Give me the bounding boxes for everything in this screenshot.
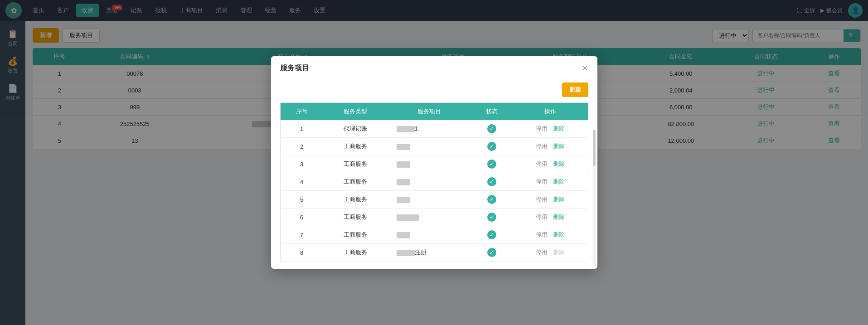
modal-cell-item xyxy=(388,155,471,173)
modal-cell-item xyxy=(388,226,471,244)
modal-table-row: 8 工商服务 注册 ✓ 停用 删除 xyxy=(280,244,588,262)
modal-table-row: 2 工商服务 ✓ 停用 删除 xyxy=(280,138,588,155)
status-check-icon: ✓ xyxy=(487,230,496,239)
modal-col-action: 操作 xyxy=(513,103,588,121)
modal-cell-item xyxy=(388,173,471,191)
modal-cell-seq: 1 xyxy=(280,120,323,138)
modal-cell-action[interactable]: 停用 删除 xyxy=(513,209,588,226)
modal-cell-type: 工商服务 xyxy=(323,244,388,262)
modal-cell-type: 代理记账 xyxy=(323,120,388,138)
modal-cell-status: ✓ xyxy=(470,244,513,262)
stop-button[interactable]: 停用 xyxy=(536,143,548,150)
modal-cell-seq: 2 xyxy=(280,138,323,155)
delete-button[interactable]: 删除 xyxy=(553,231,565,238)
modal-table-row: 7 工商服务 ✓ 停用 删除 xyxy=(280,226,588,244)
stop-button[interactable]: 停用 xyxy=(536,231,548,238)
modal-title: 服务项目 xyxy=(280,63,309,73)
delete-button[interactable]: 删除 xyxy=(553,196,565,203)
modal-cell-status: ✓ xyxy=(470,155,513,173)
stop-button[interactable]: 停用 xyxy=(536,196,548,203)
modal-header: 服务项目 ✕ xyxy=(271,56,597,77)
modal-cell-action[interactable]: 停用 删除 xyxy=(513,155,588,173)
modal-col-seq: 序号 xyxy=(280,103,323,121)
scrollbar-thumb xyxy=(593,130,596,166)
modal-table-row: 4 工商服务 ✓ 停用 删除 xyxy=(280,173,588,191)
modal-cell-action[interactable]: 停用 删除 xyxy=(513,173,588,191)
delete-button[interactable]: 删除 xyxy=(553,249,565,256)
modal-table-row: 1 代理记账 1 ✓ 停用 删除 xyxy=(280,120,588,138)
modal-cell-item xyxy=(388,138,471,155)
delete-button[interactable]: 删除 xyxy=(553,143,565,150)
service-modal: 服务项目 ✕ 新建 序号 服务类型 服务项目 状态 操作 1 代理记账 xyxy=(271,56,597,269)
modal-cell-status: ✓ xyxy=(470,226,513,244)
modal-new-button[interactable]: 新建 xyxy=(562,82,588,97)
stop-button[interactable]: 停用 xyxy=(536,213,548,220)
modal-table-row: 3 工商服务 ✓ 停用 删除 xyxy=(280,155,588,173)
modal-cell-item xyxy=(388,209,471,226)
service-table: 序号 服务类型 服务项目 状态 操作 1 代理记账 1 ✓ 停用 删除 2 工商… xyxy=(280,102,588,262)
modal-cell-seq: 4 xyxy=(280,173,323,191)
modal-cell-action[interactable]: 停用 删除 xyxy=(513,226,588,244)
stop-button[interactable]: 停用 xyxy=(536,125,548,132)
modal-cell-status: ✓ xyxy=(470,191,513,209)
modal-cell-status: ✓ xyxy=(470,209,513,226)
modal-cell-action[interactable]: 停用 删除 xyxy=(513,138,588,155)
modal-cell-status: ✓ xyxy=(470,173,513,191)
modal-cell-seq: 3 xyxy=(280,155,323,173)
status-check-icon: ✓ xyxy=(487,195,496,204)
stop-button[interactable]: 停用 xyxy=(536,160,548,167)
modal-cell-type: 工商服务 xyxy=(323,191,388,209)
modal-close-button[interactable]: ✕ xyxy=(582,64,588,73)
modal-cell-seq: 8 xyxy=(280,244,323,262)
stop-button[interactable]: 停用 xyxy=(536,178,548,185)
status-check-icon: ✓ xyxy=(487,124,496,133)
delete-button[interactable]: 删除 xyxy=(553,160,565,167)
delete-button[interactable]: 删除 xyxy=(553,178,565,185)
modal-col-status: 状态 xyxy=(470,103,513,121)
modal-cell-type: 工商服务 xyxy=(323,226,388,244)
modal-cell-item xyxy=(388,191,471,209)
modal-table-row: 6 工商服务 ✓ 停用 删除 xyxy=(280,209,588,226)
modal-toolbar: 新建 xyxy=(271,77,597,102)
status-check-icon: ✓ xyxy=(487,177,496,186)
delete-button[interactable]: 删除 xyxy=(553,213,565,220)
modal-col-type: 服务类型 xyxy=(323,103,388,121)
status-check-icon: ✓ xyxy=(487,213,496,222)
modal-cell-item: 注册 xyxy=(388,244,471,262)
scrollbar-track xyxy=(593,130,596,267)
modal-cell-seq: 5 xyxy=(280,191,323,209)
status-check-icon: ✓ xyxy=(487,248,496,257)
modal-cell-seq: 6 xyxy=(280,209,323,226)
modal-cell-seq: 7 xyxy=(280,226,323,244)
status-check-icon: ✓ xyxy=(487,160,496,169)
modal-cell-action[interactable]: 停用 删除 xyxy=(513,244,588,262)
modal-cell-type: 工商服务 xyxy=(323,155,388,173)
stop-button[interactable]: 停用 xyxy=(536,249,548,256)
modal-cell-status: ✓ xyxy=(470,120,513,138)
modal-cell-item: 1 xyxy=(388,120,471,138)
modal-cell-type: 工商服务 xyxy=(323,209,388,226)
modal-cell-status: ✓ xyxy=(470,138,513,155)
modal-col-item: 服务项目 xyxy=(388,103,471,121)
modal-cell-action[interactable]: 停用 删除 xyxy=(513,120,588,138)
status-check-icon: ✓ xyxy=(487,142,496,151)
modal-table-row: 5 工商服务 ✓ 停用 删除 xyxy=(280,191,588,209)
modal-body: 序号 服务类型 服务项目 状态 操作 1 代理记账 1 ✓ 停用 删除 2 工商… xyxy=(271,102,597,269)
modal-overlay[interactable]: 服务项目 ✕ 新建 序号 服务类型 服务项目 状态 操作 1 代理记账 xyxy=(0,0,868,325)
modal-cell-type: 工商服务 xyxy=(323,138,388,155)
delete-button[interactable]: 删除 xyxy=(553,125,565,132)
modal-cell-action[interactable]: 停用 删除 xyxy=(513,191,588,209)
modal-cell-type: 工商服务 xyxy=(323,173,388,191)
